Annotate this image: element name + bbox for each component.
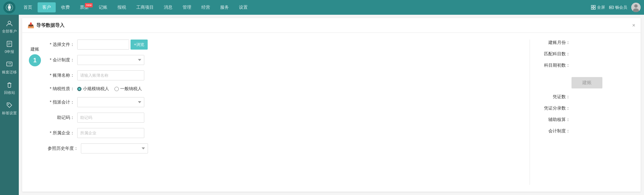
svg-point-1 bbox=[8, 6, 10, 8]
vouchers-row: 凭证数： bbox=[540, 94, 634, 100]
nav-item-messages[interactable]: 消息 bbox=[159, 2, 177, 12]
memo-code-row: 助记码： bbox=[48, 113, 519, 123]
vip-icon bbox=[609, 5, 614, 10]
all-customers-icon bbox=[6, 20, 13, 28]
voucher-entries-row: 凭证分录数： bbox=[540, 105, 634, 111]
file-input[interactable] bbox=[77, 40, 129, 50]
nav-item-tax[interactable]: 报税 bbox=[113, 2, 131, 12]
vouchers-label: 凭证数： bbox=[540, 94, 570, 100]
sidebar-item-declaration-label: 0申报 bbox=[5, 49, 14, 54]
build-btn-area: 建账 bbox=[540, 77, 634, 88]
sidebar-item-all-customers[interactable]: 全部客户 bbox=[0, 17, 19, 37]
vip-btn[interactable]: 畅会员 bbox=[609, 5, 627, 10]
nav-item-home[interactable]: 首页 bbox=[19, 2, 37, 12]
browse-button[interactable]: +浏览 bbox=[131, 40, 148, 50]
file-label: * 选择文件： bbox=[48, 42, 75, 48]
tax-type-general[interactable]: 一般纳税人 bbox=[114, 86, 142, 92]
dialog-title: 📥 导爷数据导入 bbox=[28, 22, 64, 28]
dialog-title-text: 导爷数据导入 bbox=[36, 22, 64, 28]
nav-right: 全屏 畅会员 bbox=[591, 3, 641, 12]
company-label: * 所属企业： bbox=[48, 130, 75, 136]
memo-code-label: 助记码： bbox=[48, 115, 75, 121]
match-subjects-row: 匹配科目数： bbox=[540, 51, 634, 57]
step-section: 建账 1 bbox=[29, 40, 41, 185]
tax-type-row: * 纳税性质： 小规模纳税人 一般纳税人 bbox=[48, 86, 519, 92]
svg-point-7 bbox=[610, 7, 611, 8]
dialog-card: 📥 导爷数据导入 × 建账 1 * 选择文件： bbox=[22, 18, 641, 192]
fullscreen-label: 全屏 bbox=[597, 5, 605, 10]
fullscreen-btn[interactable]: 全屏 bbox=[591, 5, 605, 10]
avatar[interactable] bbox=[631, 3, 641, 12]
app-logo bbox=[3, 1, 15, 13]
tax-type-small-radio[interactable] bbox=[77, 87, 82, 91]
sidebar-item-all-customers-label: 全部客户 bbox=[2, 29, 17, 34]
nav-item-settings[interactable]: 设置 bbox=[234, 2, 252, 12]
nav-item-management[interactable]: 管理 bbox=[178, 2, 196, 12]
sidebar-item-declaration[interactable]: 0申报 bbox=[0, 38, 19, 57]
sidebar-item-tags-label: 标签设置 bbox=[2, 111, 17, 116]
company-input[interactable] bbox=[77, 128, 144, 138]
nav-item-customer[interactable]: 客户 bbox=[38, 2, 56, 12]
ledger-name-label: * 账簿名称： bbox=[48, 72, 75, 78]
step-label: 建账 bbox=[31, 46, 39, 52]
svg-rect-3 bbox=[594, 5, 595, 7]
svg-rect-2 bbox=[591, 5, 593, 7]
fullscreen-icon bbox=[591, 5, 596, 10]
info-accounting-system-row: 会计制度： bbox=[540, 128, 634, 134]
svg-point-13 bbox=[8, 21, 11, 24]
sidebar: 全部客户 0申报 账套迁移 bbox=[0, 15, 19, 195]
nav-item-business[interactable]: 工商项目 bbox=[132, 2, 158, 12]
tax-type-label: * 纳税性质： bbox=[48, 86, 75, 92]
accounting-system-row: * 会计制度： bbox=[48, 55, 519, 65]
match-subjects-label: 匹配科目数： bbox=[540, 51, 570, 57]
nav-item-fees[interactable]: 收费 bbox=[56, 2, 75, 12]
initial-subjects-row: 科目期初数： bbox=[540, 62, 634, 68]
sidebar-item-migration[interactable]: 账套迁移 bbox=[0, 58, 19, 77]
file-input-group: +浏览 bbox=[77, 40, 148, 50]
form-area: * 选择文件： +浏览 * 会计制度： bbox=[48, 40, 519, 185]
accountant-label: * 指派会计： bbox=[48, 99, 75, 105]
migration-icon bbox=[6, 61, 13, 69]
reference-year-label: 参照历史年度： bbox=[48, 145, 78, 151]
close-button[interactable]: × bbox=[632, 22, 635, 28]
vip-label: 畅会员 bbox=[615, 5, 627, 10]
accounting-system-select[interactable] bbox=[77, 55, 144, 65]
build-button[interactable]: 建账 bbox=[572, 77, 602, 88]
svg-point-20 bbox=[8, 104, 9, 105]
svg-point-11 bbox=[634, 4, 638, 8]
info-area: 建账月份： 匹配科目数： 科目期初数： 建账 bbox=[540, 40, 634, 185]
file-row: * 选择文件： +浏览 bbox=[48, 40, 519, 50]
vertical-divider bbox=[530, 40, 530, 185]
nav-item-operations[interactable]: 经营 bbox=[197, 2, 215, 12]
svg-rect-4 bbox=[591, 8, 593, 9]
tax-type-group: 小规模纳税人 一般纳税人 bbox=[77, 86, 142, 92]
info-accounting-system-label: 会计制度： bbox=[540, 128, 570, 134]
dialog-body: 建账 1 * 选择文件： +浏览 * 会计制度： bbox=[22, 33, 641, 192]
initial-subjects-label: 科目期初数： bbox=[540, 62, 570, 68]
tax-type-small[interactable]: 小规模纳税人 bbox=[77, 86, 109, 92]
nav-item-bookkeeping[interactable]: 记账 bbox=[94, 2, 112, 12]
memo-code-input[interactable] bbox=[77, 113, 144, 123]
import-icon: 📥 bbox=[28, 22, 34, 28]
nav-items: 首页 客户 收费 票据 new 记账 报税 工商项目 消息 管理 经营 服务 设… bbox=[19, 2, 591, 12]
reference-year-select[interactable] bbox=[81, 143, 148, 153]
tax-type-small-label: 小规模纳税人 bbox=[83, 86, 109, 92]
accountant-row: * 指派会计： bbox=[48, 97, 519, 107]
build-month-row: 建账月份： bbox=[540, 40, 634, 46]
sidebar-item-trash[interactable]: 回收站 bbox=[0, 79, 19, 98]
sidebar-item-migration-label: 账套迁移 bbox=[2, 70, 17, 75]
tax-type-general-label: 一般纳税人 bbox=[120, 86, 142, 92]
avatar-icon bbox=[631, 3, 641, 12]
company-row: * 所属企业： bbox=[48, 128, 519, 138]
nav-item-tickets[interactable]: 票据 new bbox=[75, 2, 93, 12]
aux-accounting-label: 辅助核算： bbox=[540, 117, 570, 123]
sidebar-item-tags[interactable]: 标签设置 bbox=[0, 99, 19, 118]
accountant-select[interactable] bbox=[77, 97, 144, 107]
nav-item-services[interactable]: 服务 bbox=[215, 2, 234, 12]
tax-type-general-radio[interactable] bbox=[114, 87, 119, 91]
ledger-name-row: * 账簿名称： bbox=[48, 70, 519, 80]
new-badge: new bbox=[85, 3, 93, 7]
ledger-name-input[interactable] bbox=[77, 70, 144, 80]
reference-year-row: 参照历史年度： bbox=[48, 143, 519, 153]
accounting-system-label: * 会计制度： bbox=[48, 57, 75, 63]
